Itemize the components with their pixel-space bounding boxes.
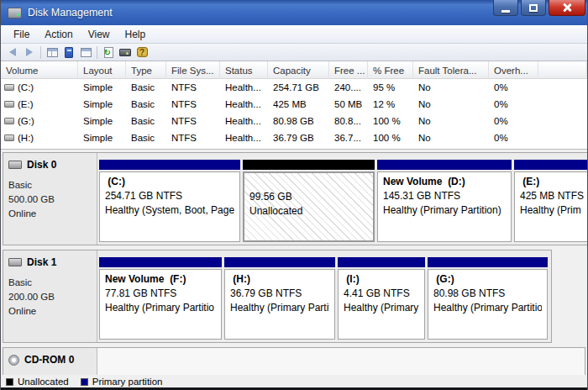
action-pane-icon [81, 48, 92, 57]
window-title: Disk Management [28, 7, 113, 18]
disk-icon [8, 161, 22, 169]
col-free[interactable]: Free ... [329, 61, 368, 79]
window-controls [493, 0, 585, 16]
maximize-icon [529, 4, 538, 12]
cell-layout: Simple [78, 82, 126, 92]
col-type[interactable]: Type [126, 61, 166, 79]
show-console-tree-button[interactable] [44, 45, 60, 60]
col-fault-tolerance[interactable]: Fault Tolera... [413, 61, 489, 79]
partition-color-bar [338, 257, 425, 267]
cell-fs: NTFS [166, 82, 220, 92]
col-overhead[interactable]: Overh... [489, 61, 538, 79]
volume-icon [4, 134, 14, 141]
partition-unallocated[interactable]: 99.56 GB Unallocated [243, 160, 375, 242]
col-status[interactable]: Status [220, 61, 268, 79]
cell-free: 36.7... [329, 133, 368, 143]
menu-help[interactable]: Help [118, 26, 154, 43]
cell-type: Basic [126, 133, 166, 143]
properties-icon [65, 47, 73, 58]
col-filler [538, 61, 587, 79]
close-button[interactable] [549, 0, 585, 16]
toolbar: ↻ ? [1, 44, 587, 61]
cell-layout: Simple [78, 99, 126, 109]
disk-size: 500.00 GB [8, 192, 92, 207]
refresh-button[interactable]: ↻ [100, 45, 117, 60]
volume-list: Volume Layout Type File Sys... Status Ca… [1, 61, 587, 150]
show-action-pane-button[interactable] [77, 45, 94, 60]
col-capacity[interactable]: Capacity [268, 61, 329, 79]
cell-fault: No [413, 133, 489, 143]
legend-primary-partition: Primary partition [81, 377, 163, 387]
cell-free: 80.8... [329, 116, 368, 126]
disk-icon [8, 258, 22, 266]
partition-color-bar [224, 257, 335, 267]
cdrom-0-label[interactable]: CD-ROM 0 [3, 348, 97, 375]
disk-1-label[interactable]: Disk 1 Basic 200.00 GB Online [3, 250, 97, 342]
menu-action[interactable]: Action [37, 26, 80, 43]
col-file-system[interactable]: File Sys... [166, 61, 220, 79]
minimize-icon [501, 10, 510, 13]
help-icon: ? [137, 47, 148, 57]
volume-icon [4, 84, 14, 91]
menu-view[interactable]: View [81, 26, 118, 43]
cell-layout: Simple [78, 116, 126, 126]
maximize-button[interactable] [521, 0, 546, 16]
disk-type: Basic [8, 276, 92, 290]
disk-0-label[interactable]: Disk 0 Basic 500.00 GB Online [3, 153, 97, 245]
disk-status: Online [8, 304, 92, 319]
legend-unallocated: Unallocated [6, 377, 69, 387]
volume-list-header: Volume Layout Type File Sys... Status Ca… [1, 61, 587, 79]
cell-pct-free: 100 % [368, 133, 413, 143]
cell-pct-free: 95 % [368, 82, 413, 92]
volume-name: (C:) [18, 82, 34, 92]
graphical-view: Disk 0 Basic 500.00 GB Online (C:) 254.7… [1, 150, 587, 375]
properties-button[interactable] [60, 45, 77, 60]
partition-color-bar [377, 160, 512, 170]
help-button[interactable]: ? [134, 45, 150, 60]
cell-capacity: 80.98 GB [268, 116, 329, 126]
disk-type: Basic [8, 178, 92, 192]
cell-pct-free: 100 % [368, 116, 413, 126]
cell-status: Health... [220, 116, 268, 126]
refresh-icon: ↻ [104, 47, 113, 58]
volume-row-e[interactable]: (E:) Simple Basic NTFS Health... 425 MB … [1, 96, 587, 113]
menu-file[interactable]: File [6, 26, 37, 43]
partition-d[interactable]: New Volume (D:) 145.31 GB NTFS Healthy (… [377, 160, 512, 242]
partition-h[interactable]: (H:) 36.79 GB NTFS Healthy (Primary Part… [224, 257, 335, 340]
partition-g[interactable]: (G:) 80.98 GB NTFS Healthy (Primary Part… [428, 257, 548, 340]
volume-row-g[interactable]: (G:) Simple Basic NTFS Health... 80.98 G… [1, 113, 587, 129]
volume-icon [4, 118, 14, 124]
partition-i[interactable]: (I:) 4.41 GB NTFS Healthy (Primary P [338, 257, 425, 340]
partition-color-bar [514, 160, 587, 170]
partition-color-bar [243, 160, 375, 170]
partition-c[interactable]: (C:) 254.71 GB NTFS Healthy (System, Boo… [99, 160, 240, 242]
forward-button[interactable] [21, 45, 38, 60]
disk-0-band: Disk 0 Basic 500.00 GB Online (C:) 254.7… [3, 152, 587, 245]
cell-fault: No [413, 82, 489, 92]
volume-icon [4, 101, 14, 108]
disk-icon [119, 49, 131, 56]
disk-1-track: New Volume (F:) 77.81 GB NTFS Healthy (P… [97, 250, 551, 342]
volume-row-h[interactable]: (H:) Simple Basic NTFS Health... 36.79 G… [1, 129, 587, 146]
volume-row-c[interactable]: (C:) Simple Basic NTFS Health... 254.71 … [1, 79, 587, 96]
disk-1-band: Disk 1 Basic 200.00 GB Online New Volume… [3, 250, 552, 343]
col-pct-free[interactable]: % Free [368, 61, 413, 79]
primary-partition-swatch [81, 378, 88, 386]
back-button[interactable] [4, 45, 21, 60]
toolbar-separator [97, 46, 97, 59]
menu-bar: File Action View Help [1, 25, 587, 44]
partition-f[interactable]: New Volume (F:) 77.81 GB NTFS Healthy (P… [99, 257, 222, 340]
cell-type: Basic [126, 116, 166, 126]
cell-capacity: 425 MB [268, 99, 329, 109]
forward-icon [26, 48, 33, 56]
disk-management-window: Disk Management File Action View Help ↻ … [0, 0, 588, 390]
cell-overhead: 0% [489, 99, 538, 109]
minimize-button[interactable] [493, 0, 518, 16]
partition-e[interactable]: (E:) 425 MB NTFS Healthy (Prim [514, 160, 587, 242]
col-layout[interactable]: Layout [78, 61, 126, 79]
col-volume[interactable]: Volume [1, 61, 78, 79]
cell-fs: NTFS [166, 99, 220, 109]
volume-name: (H:) [18, 133, 34, 143]
legend-bar: Unallocated Primary partition [1, 375, 587, 387]
rescan-disks-button[interactable] [117, 45, 134, 60]
